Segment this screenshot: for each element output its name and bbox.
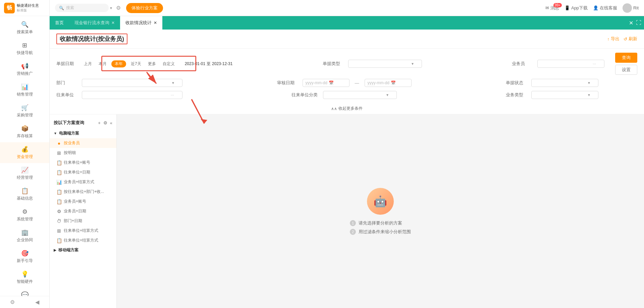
topbar-chevron-icon[interactable]: ▾ [110, 6, 112, 10]
export-button[interactable]: ↑ 导出 [607, 36, 620, 42]
tip1-text: 请先选择要分析的方案 [359, 220, 402, 226]
tree-item-partner-date[interactable]: 📋 往来单位+日期 [50, 167, 116, 177]
sidebar-item-system[interactable]: ⚙ 系统管理 [0, 205, 49, 225]
tabbar-close-icon[interactable]: ✕ [629, 20, 633, 26]
date-btn-this-year[interactable]: 本年 [111, 60, 126, 67]
sidebar-item-basic[interactable]: 📋 基础信息 [0, 184, 49, 205]
service-btn[interactable]: 👤 在线客服 [593, 5, 617, 11]
messages-btn[interactable]: ✉ 消息 99+ [545, 5, 559, 11]
tab-bank-close-icon[interactable]: ✕ [111, 20, 115, 25]
date-btn-more[interactable]: 更多 [146, 60, 158, 67]
main-content: 🔍 搜索 ▾ ⚙ 体验行业方案 ✉ 消息 99+ 📱 App下载 👤 在线客服 … [50, 0, 644, 308]
sidebar-item-label: 营销推广 [17, 71, 33, 76]
partner-category-select[interactable]: ▾ [323, 91, 397, 99]
layout-body: 按以下方案查询 + ⚙ « ▼ 电脑端方案 ● 按业务员 [50, 114, 644, 308]
partner-select[interactable]: ··· [82, 91, 182, 99]
query-button[interactable]: 查询 [615, 53, 637, 63]
date-btn-custom[interactable]: 自定义 [161, 60, 177, 67]
tree-group-desktop[interactable]: ▼ 电脑端方案 [50, 129, 116, 138]
tree-item-dept-date[interactable]: ⏱ 部门+日期 [50, 216, 116, 226]
panel-settings-icon[interactable]: ⚙ [103, 120, 107, 125]
user-avatar-area[interactable]: Rit [623, 3, 639, 13]
date-btn-this-month[interactable]: 本月 [97, 60, 109, 67]
tree-item-salesman-account[interactable]: 📋 业务员+账号 [50, 197, 116, 206]
salesman-settle-icon: 📊 [56, 179, 62, 185]
sidebar-settings-icon[interactable]: ⚙ [10, 299, 15, 305]
page-actions: ↑ 导出 ↺ 刷新 [607, 36, 638, 42]
empty-tip-2: 2 用过滤条件来缩小分析范围 [350, 229, 411, 235]
tree-group-mobile[interactable]: ▶ 移动端方案 [50, 245, 116, 255]
sidebar-item-operations[interactable]: 📈 经营管理 [0, 163, 49, 184]
service-label: 在线客服 [600, 5, 617, 11]
tab-collection[interactable]: 收款情况统计 ✕ [120, 16, 162, 30]
business-type-select[interactable]: ▾ [531, 91, 598, 99]
left-panel-actions: + ⚙ « [98, 120, 112, 125]
sidebar-item-sales[interactable]: 📊 销售管理 [0, 80, 49, 101]
sidebar-item-label: 销售管理 [17, 92, 33, 97]
tree-item-partner-settle2[interactable]: 📋 往来单位+结算方式 [50, 236, 116, 245]
topbar-gear-icon[interactable]: ⚙ [116, 5, 121, 11]
sidebar-item-search[interactable]: 🔍 搜索菜单 [0, 17, 49, 38]
tab-collection-label: 收款情况统计 [125, 20, 152, 26]
tab-home[interactable]: 首页 [50, 16, 69, 30]
refresh-label: 刷新 [629, 36, 637, 42]
tree-mobile-label: 移动端方案 [58, 247, 78, 253]
tabbar-expand-icon[interactable]: ⛶ [636, 20, 641, 26]
refresh-button[interactable]: ↺ 刷新 [624, 36, 637, 42]
sidebar-item-company[interactable]: 🏢 企业协同 [0, 225, 49, 246]
voucher-type-dropdown-icon: ▾ [412, 61, 414, 66]
review-to-placeholder: yyyy-mm-dd [368, 81, 389, 85]
app-icon: 📱 [565, 5, 570, 10]
sidebar-item-label: 资金管理 [17, 154, 33, 160]
filter-collapse-btn[interactable]: ∧∧ 收起更多条件 [56, 103, 637, 114]
search-icon: 🔍 [21, 21, 29, 28]
trial-button[interactable]: 体验行业方案 [126, 3, 163, 13]
sidebar-item-inventory[interactable]: 📦 库存核算 [0, 121, 49, 142]
topbar-search[interactable]: 🔍 搜索 [55, 4, 109, 12]
review-date-from[interactable]: yyyy-mm-dd 📅 [303, 79, 350, 87]
sidebar-item-hardware[interactable]: 💡 智能硬件 [0, 267, 49, 288]
inventory-icon: 📦 [21, 125, 29, 132]
tree-group-arrow-icon: ▼ [54, 132, 57, 135]
sidebar-item-finance[interactable]: 💰 资金管理 [0, 142, 49, 163]
tab-collection-close-icon[interactable]: ✕ [154, 20, 157, 25]
voucher-type-select[interactable]: ▾ [348, 60, 422, 68]
sidebar-item-purchase[interactable]: 🛒 采购管理 [0, 101, 49, 121]
partner-acc-icon: 📋 [56, 160, 62, 165]
panel-collapse-icon[interactable]: « [110, 120, 112, 125]
filter-row-date: 单据日期 上月 本月 本年 近7天 更多 自定义 2023-01-01 至 20… [56, 53, 637, 75]
tree-item-by-detail[interactable]: ⊞ 按明细 [50, 148, 116, 158]
tree-item-partner-settle1[interactable]: ⊞ 往来单位+结算方式 [50, 226, 116, 236]
dept-select[interactable]: ▾ [82, 79, 182, 87]
salesman-select[interactable]: ··· [537, 60, 604, 68]
topbar-right: ✉ 消息 99+ 📱 App下载 👤 在线客服 Rit [545, 3, 639, 13]
partner-dept-icon: 📋 [56, 189, 62, 195]
date-from: 2023-01-01 [185, 61, 205, 66]
tree-item-salesman-settle[interactable]: 📊 业务员+结算方式 [50, 177, 116, 187]
empty-icon: 🤖 [367, 188, 394, 215]
date-btn-last-month[interactable]: 上月 [82, 60, 94, 67]
tree-item-partner-account[interactable]: 📋 往来单位+账号 [50, 158, 116, 167]
calendar-icon: 📅 [329, 81, 334, 85]
app-download-btn[interactable]: 📱 App下载 [565, 5, 588, 11]
sidebar-item-guide[interactable]: 🎯 新手引导 [0, 246, 49, 267]
tab-bank[interactable]: 现金银行流水查询 ✕ [69, 16, 120, 30]
tree-item-salesman-date[interactable]: ⚙ 业务员+日期 [50, 206, 116, 216]
sidebar-item-wechat[interactable]: 💬 企业微信 [0, 288, 49, 296]
left-panel-header: 按以下方案查询 + ⚙ « [50, 117, 116, 129]
tree-item-label: 往来单位+结算方式 [64, 238, 98, 243]
sidebar-item-label: 企业协同 [17, 237, 33, 243]
tree-item-partner-dept[interactable]: 📋 按往来单位+部门+收... [50, 187, 116, 197]
sales-icon: 📊 [21, 83, 29, 91]
panel-add-icon[interactable]: + [98, 120, 101, 125]
search-icon: 🔍 [59, 6, 64, 10]
date-btn-7days[interactable]: 近7天 [129, 60, 143, 67]
review-date-to[interactable]: yyyy-mm-dd 📅 [365, 79, 412, 87]
tree-item-by-salesman[interactable]: ● 按业务员 [50, 138, 116, 148]
sidebar-item-shortcut[interactable]: ⊞ 快捷导航 [0, 38, 49, 59]
sidebar-item-marketing[interactable]: 📢 营销推广 [0, 59, 49, 80]
voucher-status-select[interactable]: ▾ [531, 79, 598, 87]
sidebar-collapse-icon[interactable]: ◀ [35, 299, 39, 305]
export-icon: ↑ [607, 37, 610, 42]
settings-button[interactable]: 设置 [615, 65, 637, 75]
